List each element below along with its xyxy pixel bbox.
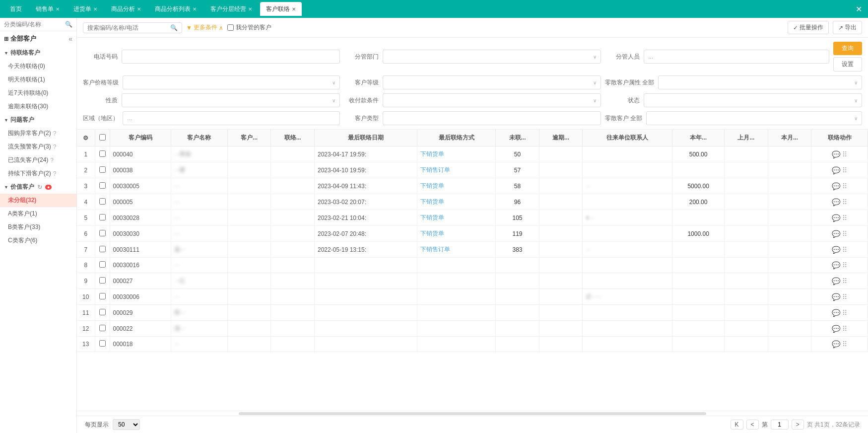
sidebar-item-tomorrow[interactable]: 明天待联络(1) [0, 73, 76, 86]
close-tab-icon[interactable]: ✕ [93, 6, 97, 12]
contact-icon[interactable]: 💬 [832, 150, 840, 158]
filter-input-nature[interactable]: ∨ [122, 93, 340, 107]
contact-icon[interactable]: 💬 [832, 198, 840, 206]
row-checkbox[interactable] [95, 289, 110, 305]
more-icon[interactable]: ⠿ [842, 150, 847, 158]
row-checkbox[interactable] [95, 146, 110, 162]
row-last-way[interactable] [417, 273, 495, 289]
contact-icon[interactable]: 💬 [832, 277, 840, 285]
sidebar-search-container[interactable]: 🔍 [0, 18, 76, 31]
row-last-way[interactable]: 下销货单 [417, 194, 495, 210]
row-last-way[interactable] [417, 321, 495, 337]
sidebar-item-b-class[interactable]: B类客户(33) [0, 220, 76, 234]
per-page-select[interactable]: 50 20 100 [113, 419, 140, 430]
close-tab-icon[interactable]: ✕ [137, 6, 141, 12]
row-last-way[interactable]: 下销货单 [417, 226, 495, 242]
nav-tab-sales[interactable]: 销售单 ✕ [30, 2, 66, 16]
select-all-checkbox[interactable] [99, 134, 106, 141]
query-button[interactable]: 查询 [833, 42, 862, 55]
sidebar-item-ungroup[interactable]: 未分组(32) [0, 194, 76, 207]
contact-icon[interactable]: 💬 [832, 166, 840, 174]
my-customer-check[interactable] [227, 24, 234, 31]
first-page-btn[interactable]: K [731, 420, 743, 430]
row-checkbox[interactable] [95, 194, 110, 210]
filter-input-retail-attr[interactable]: ∨ [658, 75, 862, 89]
filter-input-retail[interactable]: ∨ [646, 111, 862, 125]
row-checkbox[interactable] [95, 242, 110, 258]
more-icon[interactable]: ⠿ [842, 230, 847, 238]
contact-icon[interactable]: 💬 [832, 230, 840, 238]
row-checkbox[interactable] [95, 321, 110, 337]
close-tab-active-icon[interactable]: ✕ [292, 6, 296, 12]
row-checkbox[interactable] [95, 210, 110, 226]
contact-icon[interactable]: 💬 [832, 309, 840, 317]
nav-home[interactable]: 首页 [4, 5, 28, 13]
col-this-year[interactable]: 本年... [672, 130, 725, 146]
contact-icon[interactable]: 💬 [832, 340, 840, 348]
search-icon[interactable]: 🔍 [65, 21, 72, 28]
col-partner[interactable]: 往来单位联系人 [583, 130, 672, 146]
reset-button[interactable]: 设置 [833, 57, 862, 72]
sidebar-item-7days[interactable]: 近7天待联络(0) [0, 86, 76, 100]
row-last-way[interactable]: 下销货单 [417, 178, 495, 194]
sidebar-item-declining[interactable]: 持续下滑客户(2) ? [0, 167, 76, 180]
filter-input-phone[interactable] [122, 50, 340, 64]
more-icon[interactable]: ⠿ [842, 277, 847, 285]
sidebar-group-value[interactable]: ▼ 价值客户 ↻ ● [0, 180, 76, 194]
more-icon[interactable]: ⠿ [842, 309, 847, 317]
sidebar-item-churned[interactable]: 已流失客户(24) ? [0, 153, 76, 167]
filter-input-status[interactable]: ∨ [644, 93, 862, 107]
my-customer-checkbox[interactable]: 我分管的客户 [227, 23, 271, 32]
sidebar-group-problem[interactable]: ▼ 问题客户 [0, 113, 76, 127]
prev-page-btn[interactable]: < [746, 420, 759, 430]
close-tab-icon[interactable]: ✕ [193, 6, 197, 12]
sidebar-item-overdue[interactable]: 逾期未联络(30) [0, 100, 76, 113]
filter-input-type[interactable] [383, 111, 601, 125]
window-close-icon[interactable]: ✕ [854, 2, 864, 16]
sidebar-item-c-class[interactable]: C类客户(6) [0, 234, 76, 247]
more-icon[interactable]: ⠿ [842, 214, 847, 222]
nav-tab-purchase[interactable]: 进货单 ✕ [67, 2, 103, 16]
col-contact[interactable]: 联络... [271, 130, 315, 146]
row-checkbox[interactable] [95, 337, 110, 352]
more-icon[interactable]: ⠿ [842, 325, 847, 333]
col-not-contact[interactable]: 未联... [496, 130, 539, 146]
more-icon[interactable]: ⠿ [842, 182, 847, 190]
all-customers-header[interactable]: ⊞ 全部客户 « [0, 31, 76, 46]
more-icon[interactable]: ⠿ [842, 340, 847, 348]
next-page-btn[interactable]: > [792, 420, 804, 430]
filter-input-customer-level[interactable]: ∨ [383, 75, 601, 89]
sidebar-item-today[interactable]: 今天待联络(0) [0, 60, 76, 73]
sidebar-item-hoarding[interactable]: 囤购异常客户(2) ? [0, 127, 76, 140]
page-input[interactable] [771, 420, 789, 430]
contact-icon[interactable]: 💬 [832, 293, 840, 301]
row-checkbox[interactable] [95, 178, 110, 194]
filter-search-container[interactable]: 🔍 [83, 22, 182, 33]
sidebar-item-a-class[interactable]: A类客户(1) [0, 207, 76, 220]
nav-tab-customer-contact[interactable]: 客户联络 ✕ [260, 2, 302, 16]
more-icon[interactable]: ⠿ [842, 246, 847, 254]
row-checkbox[interactable] [95, 258, 110, 273]
col-overdue[interactable]: 逾期... [539, 130, 583, 146]
row-last-way[interactable]: 下销货单 [417, 210, 495, 226]
row-last-way[interactable] [417, 337, 495, 352]
nav-tab-analysis-list[interactable]: 商品分析列表 ✕ [149, 2, 202, 16]
contact-icon[interactable]: 💬 [832, 261, 840, 269]
row-last-way[interactable] [417, 289, 495, 305]
row-checkbox[interactable] [95, 226, 110, 242]
row-last-way[interactable] [417, 305, 495, 321]
export-button[interactable]: ↗ 导出 [833, 21, 862, 34]
nav-tab-analysis[interactable]: 商品分析 ✕ [105, 2, 147, 16]
col-checkbox[interactable] [95, 130, 110, 146]
col-last-date[interactable]: 最后联络日期 [314, 130, 417, 146]
batch-op-button[interactable]: ✓ 批量操作 [788, 21, 829, 34]
more-conditions-btn[interactable]: ▼ 更多条件 ∧ [186, 23, 223, 32]
collapse-sidebar-icon[interactable]: « [68, 35, 72, 43]
col-customer-type[interactable]: 客户... [227, 130, 271, 146]
sidebar-item-churn-warning[interactable]: 流失预警客户(3) ? [0, 140, 76, 153]
sidebar-search-input[interactable] [4, 21, 63, 28]
row-last-way[interactable] [417, 258, 495, 273]
contact-icon[interactable]: 💬 [832, 325, 840, 333]
row-last-way[interactable]: 下销售订单 [417, 162, 495, 178]
row-checkbox[interactable] [95, 273, 110, 289]
